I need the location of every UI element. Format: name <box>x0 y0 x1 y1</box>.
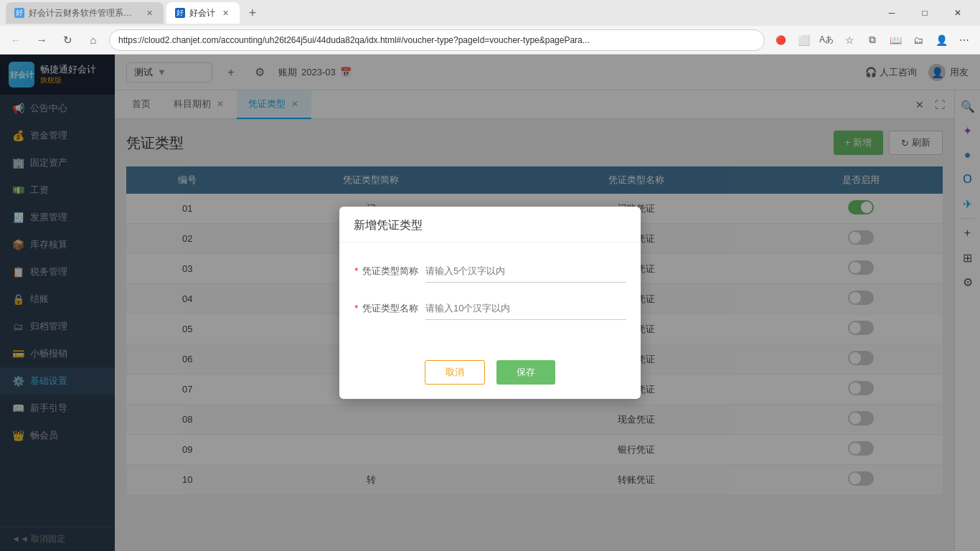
tab2-close[interactable]: ✕ <box>220 7 231 19</box>
form-row-name: * 凭证类型名称 <box>354 297 626 320</box>
maximize-button[interactable]: □ <box>908 0 941 26</box>
tab1-favicon: 好 <box>14 8 24 18</box>
required-star2: * <box>354 303 358 314</box>
abbr-label: * 凭证类型简称 <box>354 265 425 278</box>
browser-tab-bar: 好 好会计云财务软件管理系统_会计 ✕ 好 好会计 ✕ + ─ □ ✕ <box>0 0 980 26</box>
home-button[interactable]: ⌂ <box>83 30 103 50</box>
form-row-abbr: * 凭证类型简称 <box>354 260 626 283</box>
reload-button[interactable]: ↻ <box>57 30 77 50</box>
tab2-label: 好会计 <box>189 7 215 19</box>
browser-tab-1[interactable]: 好 好会计云财务软件管理系统_会计 ✕ <box>6 2 164 24</box>
menu-btn[interactable]: ⋯ <box>954 30 974 50</box>
extensions-btn[interactable]: 🔴 <box>771 30 791 50</box>
split-btn[interactable]: ⧉ <box>862 30 882 50</box>
new-tab-button[interactable]: + <box>242 3 263 23</box>
address-bar: ← → ↻ ⌂ 🔴 ⬜ Aあ ☆ ⧉ 📖 🗂 👤 ⋯ <box>0 26 980 55</box>
browser-tab-2[interactable]: 好 好会计 ✕ <box>166 2 240 24</box>
abbr-input[interactable] <box>425 260 626 283</box>
tab1-close[interactable]: ✕ <box>145 7 155 19</box>
name-label: * 凭证类型名称 <box>354 302 425 315</box>
collections-btn[interactable]: 🗂 <box>908 30 928 50</box>
cancel-button[interactable]: 取消 <box>425 360 485 385</box>
required-star: * <box>354 265 358 276</box>
browser-toolbar: 🔴 ⬜ Aあ ☆ ⧉ 📖 🗂 👤 ⋯ <box>771 30 974 50</box>
tab2-favicon: 好 <box>175 8 185 18</box>
name-input[interactable] <box>425 297 626 320</box>
translate-btn[interactable]: Aあ <box>816 30 837 50</box>
window-controls: ─ □ ✕ <box>875 0 974 26</box>
modal-overlay: 新增凭证类型 * 凭证类型简称 * 凭证类型名称 取消 <box>0 55 980 551</box>
address-input[interactable] <box>109 29 765 51</box>
modal-footer: 取消 保存 <box>339 352 641 399</box>
new-voucher-modal: 新增凭证类型 * 凭证类型简称 * 凭证类型名称 取消 <box>339 207 641 399</box>
tab1-label: 好会计云财务软件管理系统_会计 <box>29 7 141 19</box>
favorites-btn[interactable]: ☆ <box>839 30 859 50</box>
forward-button[interactable]: → <box>32 30 52 50</box>
modal-title: 新增凭证类型 <box>354 219 423 231</box>
back-button[interactable]: ← <box>6 30 26 50</box>
reading-btn[interactable]: 📖 <box>885 30 905 50</box>
profile-btn[interactable]: 👤 <box>931 30 951 50</box>
close-button[interactable]: ✕ <box>941 0 974 26</box>
modal-body: * 凭证类型简称 * 凭证类型名称 <box>339 242 641 352</box>
addons-btn[interactable]: ⬜ <box>793 30 814 50</box>
modal-header: 新增凭证类型 <box>339 207 641 242</box>
save-button[interactable]: 保存 <box>496 360 555 385</box>
minimize-button[interactable]: ─ <box>875 0 908 26</box>
